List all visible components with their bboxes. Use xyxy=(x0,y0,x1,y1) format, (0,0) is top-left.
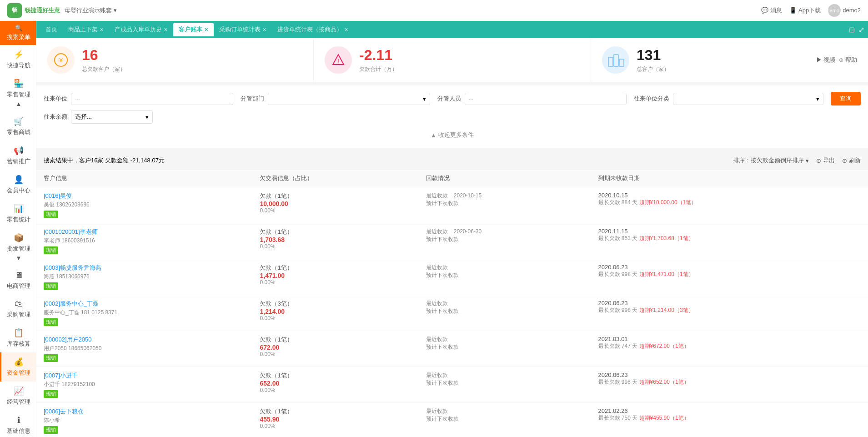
tab-fullscreen-icon[interactable]: ⤢ xyxy=(858,25,864,34)
app-download-btn[interactable]: 📱 App下载 xyxy=(789,6,821,15)
sidebar-item-operations[interactable]: 📈 经营管理 xyxy=(0,382,36,411)
sidebar-item-retail-stats[interactable]: 📊 零售统计 xyxy=(0,199,36,228)
customer-sub-0: 吴俊 13026203696 xyxy=(44,201,245,209)
cell-collection-3: 最近收款 预计下次收款 xyxy=(419,295,591,331)
debt-percent-5: 0.00% xyxy=(260,387,411,393)
refresh-btn[interactable]: ⊙ 刷新 xyxy=(842,156,861,165)
manager-input[interactable]: ··· xyxy=(465,93,627,105)
sidebar-item-search[interactable]: 🔍 搜索菜单 xyxy=(0,21,36,45)
overdue-link-4[interactable]: 超期¥672.00（1笔） xyxy=(639,343,689,349)
customer-name-1[interactable]: [0001020001]李老师 xyxy=(44,228,245,236)
sidebar-item-quick-nav[interactable]: ⚡ 快捷导航 xyxy=(0,45,36,74)
customer-tag-1: 现销 xyxy=(44,246,58,254)
debt-amount-1[interactable]: 1,703.68 xyxy=(260,236,411,243)
tab-home[interactable]: 首页 xyxy=(40,23,63,36)
quick-nav-label: 快捷导航 xyxy=(7,61,30,70)
cell-debt-0: 欠款（1笔） 10,000.00 0.00% xyxy=(252,187,418,223)
user-avatar-btn[interactable]: demo2 demo2 xyxy=(828,4,861,17)
overdue-days-2: 最长欠款 998 天 超期¥1,471.00（1笔） xyxy=(598,271,861,278)
logo-area: 畅 畅捷通好生意 xyxy=(7,3,60,18)
video-icon: ▶ xyxy=(816,56,822,63)
sort-control[interactable]: 排序：按欠款金额倒序排序 ▾ xyxy=(733,156,809,165)
sidebar-item-ecommerce[interactable]: 🖥 电商管理 xyxy=(0,266,36,295)
cell-due-2: 2020.06.23 最长欠款 998 天 超期¥1,471.00（1笔） xyxy=(591,259,868,295)
overdue-link-0[interactable]: 超期¥10,000.00（1笔） xyxy=(639,199,697,206)
sidebar-item-members[interactable]: 👤 会员中心 xyxy=(0,170,36,199)
overdue-link-1[interactable]: 超期¥1,703.68（1笔） xyxy=(639,235,694,241)
next-payment-6: 预计下次收款 xyxy=(426,415,584,423)
overdue-link-5[interactable]: 超期¥652.00（1笔） xyxy=(639,379,689,385)
tab-customer-ledger-close[interactable]: ✕ xyxy=(204,27,208,33)
source-unit-input[interactable]: ··· xyxy=(71,93,233,105)
overdue-days-0: 最长欠款 884 天 超期¥10,000.00（1笔） xyxy=(598,199,861,206)
tab-product-listing[interactable]: 商品上下架 ✕ xyxy=(63,23,109,36)
purchase-label: 采购管理 xyxy=(7,311,30,319)
overdue-link-3[interactable]: 超期¥1,214.00（3笔） xyxy=(639,307,694,313)
help-btn[interactable]: ⊙ 帮助 xyxy=(839,56,857,64)
cell-debt-2: 欠款（1笔） 1,471.00 0.00% xyxy=(252,259,418,295)
unit-category-select[interactable]: ▾ xyxy=(673,93,823,105)
sidebar-item-finance[interactable]: 💰 资金管理 xyxy=(0,352,36,382)
sidebar-item-basic-info[interactable]: ℹ 基础信息 xyxy=(0,411,36,437)
filter-group-balance: 往来余额 选择... ▾ xyxy=(44,110,861,124)
tab-stock-stats[interactable]: 进货单统计表（按商品） ✕ xyxy=(272,23,354,36)
tab-stock-stats-close[interactable]: ✕ xyxy=(344,27,348,33)
recent-payment-2: 最近收款 xyxy=(426,264,584,271)
cell-customer-6: [0006]去下粮仓 陈小希 现销 xyxy=(36,403,252,437)
marketing-icon: 📢 xyxy=(14,146,24,156)
customer-sub-3: 服务中心_丁磊 181 0125 8371 xyxy=(44,309,245,316)
sidebar-item-inventory[interactable]: 📋 库存核算 xyxy=(0,323,36,352)
tab-product-listing-close[interactable]: ✕ xyxy=(100,27,104,33)
debt-amount-5[interactable]: 652.00 xyxy=(260,380,411,387)
sidebar-item-purchase[interactable]: 🛍 采购管理 xyxy=(0,295,36,323)
total-customers-value: 131 xyxy=(637,47,669,64)
sidebar-item-retail-mall[interactable]: 🛒 零售商城 xyxy=(0,112,36,141)
debt-amount-4[interactable]: 672.00 xyxy=(260,344,411,351)
retail-mgmt-label: 零售管理 xyxy=(7,90,30,99)
company-select[interactable]: 母婴行业演示账套 ▾ xyxy=(65,6,117,15)
sidebar-item-retail-mgmt[interactable]: 🏪 零售管理 ▲ xyxy=(0,74,36,112)
operations-label: 经营管理 xyxy=(7,398,30,406)
tab-purchase-stats-label: 采购订单统计表 xyxy=(219,25,261,34)
tab-restore-icon[interactable]: ⊡ xyxy=(849,25,855,34)
overdue-link-6[interactable]: 超期¥455.90（1笔） xyxy=(639,415,689,421)
customer-name-0[interactable]: [0016]吴俊 xyxy=(44,192,245,200)
inventory-icon: 📋 xyxy=(14,328,24,338)
cell-collection-2: 最近收款 预计下次收款 xyxy=(419,259,591,295)
retail-stats-label: 零售统计 xyxy=(7,216,30,224)
view-video-btn[interactable]: ▶ 视频 xyxy=(816,56,836,64)
sidebar-item-wholesale[interactable]: 📦 批发管理 ▼ xyxy=(0,228,36,266)
cell-debt-5: 欠款（1笔） 652.00 0.00% xyxy=(252,367,418,403)
sidebar-item-marketing[interactable]: 📢 营销推广 xyxy=(0,141,36,170)
tab-stock-history-close[interactable]: ✕ xyxy=(164,27,168,33)
message-btn[interactable]: 💬 消息 xyxy=(761,6,782,15)
customer-name-2[interactable]: [0003]畅捷服务尹海燕 xyxy=(44,264,245,272)
tab-purchase-stats-close[interactable]: ✕ xyxy=(262,27,266,33)
customer-name-3[interactable]: [0002]服务中心_丁磊 xyxy=(44,300,245,308)
debt-amount-2[interactable]: 1,471.00 xyxy=(260,272,411,279)
customer-name-5[interactable]: [0007]小进千 xyxy=(44,372,245,380)
cell-customer-1: [0001020001]李老师 李老师 18600391516 现销 xyxy=(36,223,252,259)
debt-amount-3[interactable]: 1,214.00 xyxy=(260,308,411,315)
debt-amount-6[interactable]: 455.90 xyxy=(260,416,411,423)
export-btn[interactable]: ⊙ 导出 xyxy=(816,156,835,165)
search-button[interactable]: 查询 xyxy=(831,92,861,105)
balance-select[interactable]: 选择... ▾ xyxy=(71,110,153,124)
tab-bar-right: ⊡ ⤢ xyxy=(849,25,864,34)
debt-amount-0[interactable]: 10,000.00 xyxy=(260,200,411,207)
customer-name-4[interactable]: [000002]用户2050 xyxy=(44,336,245,344)
tab-stock-history[interactable]: 产成品入库单历史 ✕ xyxy=(109,23,173,36)
division-select[interactable]: ▾ xyxy=(268,93,430,105)
recent-payment-6: 最近收款 xyxy=(426,407,584,415)
cell-debt-3: 欠款（3笔） 1,214.00 0.00% xyxy=(252,295,418,331)
customer-name-6[interactable]: [0006]去下粮仓 xyxy=(44,407,245,416)
sort-arrow: ▾ xyxy=(806,157,809,164)
cell-debt-6: 欠款（1笔） 455.90 0.00% xyxy=(252,403,418,437)
tab-customer-ledger[interactable]: 客户账本 ✕ xyxy=(173,23,214,36)
collapse-btn[interactable]: ▲ 收起更多条件 xyxy=(44,128,861,142)
filter-group-manager: 分管人员 ··· xyxy=(437,93,627,105)
debt-percent-0: 0.00% xyxy=(260,207,411,214)
table-row: [0002]服务中心_丁磊 服务中心_丁磊 181 0125 8371 现销 欠… xyxy=(36,295,868,331)
overdue-link-2[interactable]: 超期¥1,471.00（1笔） xyxy=(639,271,694,277)
tab-purchase-stats[interactable]: 采购订单统计表 ✕ xyxy=(214,23,272,36)
